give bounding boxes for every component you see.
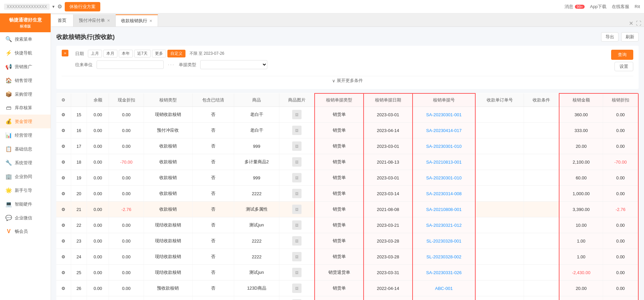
cell-settings[interactable]: ⚙: [56, 186, 71, 202]
sidebar-item-search[interactable]: 🔍 搜索菜单: [0, 32, 51, 46]
query-button[interactable]: 查询: [611, 50, 633, 60]
sidebar-item-marketing[interactable]: 📢 营销推广: [0, 60, 51, 74]
tab-expand-icon[interactable]: ⛶: [636, 20, 641, 27]
message-label: 消息: [565, 4, 573, 9]
date-7-days[interactable]: 近7天: [134, 50, 151, 57]
app-download-link[interactable]: App下载: [590, 4, 606, 10]
cell-verify-amount: 60.00: [559, 170, 603, 186]
bill-no-link[interactable]: SA-20210808-001: [426, 207, 462, 212]
date-custom[interactable]: 自定义: [167, 50, 185, 57]
filter-collapse-btn[interactable]: »: [62, 50, 68, 56]
sidebar-item-system[interactable]: 🔧 系统管理: [0, 156, 51, 170]
cell-bill-type: 销货单: [315, 107, 364, 123]
cell-bill-no[interactable]: SL-20230328-001: [413, 233, 475, 249]
company-dropdown[interactable]: ▾: [52, 4, 55, 9]
refresh-button[interactable]: 刷新: [621, 32, 639, 42]
sidebar-item-enterprise[interactable]: 🏢 企业协同: [0, 170, 51, 183]
cell-bill-no[interactable]: SA-20230301-010: [413, 138, 475, 154]
cell-settings[interactable]: ⚙: [56, 233, 71, 249]
enterprise-icon: 🏢: [5, 173, 12, 180]
bill-no-link[interactable]: ABC-001: [435, 286, 453, 291]
cell-settings[interactable]: ⚙: [56, 202, 71, 217]
sidebar-item-member[interactable]: V 畅会员: [0, 225, 51, 238]
tab-advance-payment[interactable]: 预付冲应付单 ✕: [73, 14, 116, 27]
cell-settings[interactable]: ⚙: [56, 265, 71, 281]
bill-no-link[interactable]: SL-20230328-002: [426, 254, 461, 259]
cell-bill-no[interactable]: SA-20210813-001: [413, 154, 475, 170]
cell-settings[interactable]: ⚙: [56, 281, 71, 296]
bill-no-link[interactable]: SA-20230331-026: [426, 270, 462, 275]
bill-type-select[interactable]: [200, 60, 267, 69]
sidebar-item-operations[interactable]: 📊 经营管理: [0, 128, 51, 142]
tab-receipt-verify[interactable]: 收款核销执行 ✕: [116, 14, 158, 27]
cell-settings[interactable]: ⚙: [56, 138, 71, 154]
cell-product-image: 🖼: [279, 138, 315, 154]
tab-advance-close[interactable]: ✕: [107, 18, 110, 23]
export-button[interactable]: 导出: [601, 32, 619, 42]
sidebar-label-enterprise: 企业协同: [15, 174, 32, 180]
sidebar-item-wechat[interactable]: 💬 企业微信: [0, 211, 51, 225]
cell-settings[interactable]: ⚙: [56, 170, 71, 186]
sidebar-item-basic-info[interactable]: 📋 基础信息: [0, 142, 51, 156]
date-more[interactable]: 更多: [152, 50, 166, 57]
cell-settings[interactable]: ⚙: [56, 123, 71, 138]
cell-product-image: 🖼: [279, 249, 315, 265]
cell-settings[interactable]: ⚙: [56, 154, 71, 170]
cell-bill-no[interactable]: SL-20230328-002: [413, 249, 475, 265]
cell-bill-no[interactable]: SA-20230321-012: [413, 217, 475, 233]
col-verify-discount: 核销折扣: [603, 93, 638, 107]
sidebar-item-guide[interactable]: 🌟 新手引导: [0, 183, 51, 197]
cell-bill-no[interactable]: ABC-001: [413, 281, 475, 296]
cell-bill-no[interactable]: SA-20230414-017: [413, 123, 475, 138]
cell-bill-date: 2023-03-01: [364, 107, 413, 123]
cell-verify-type: 收款核销: [144, 170, 192, 186]
sidebar-item-purchase[interactable]: 📦 采购管理: [0, 87, 51, 101]
bill-no-link[interactable]: SA-20210813-001: [426, 160, 462, 165]
user-name[interactable]: Rit: [635, 4, 640, 9]
cell-bill-no[interactable]: SA-20230314-008: [413, 186, 475, 202]
sidebar-item-quick-nav[interactable]: ⚡ 快捷导航: [0, 46, 51, 60]
message-area[interactable]: 消息 99+: [565, 4, 585, 10]
cell-bill-no[interactable]: SA-20230301-001: [413, 107, 475, 123]
sidebar-item-finance[interactable]: 💰 资金管理: [0, 115, 51, 128]
date-this-year[interactable]: 本年: [119, 50, 133, 57]
cell-seq: 25: [71, 265, 87, 281]
cell-bill-no[interactable]: SA-20230301-010: [413, 170, 475, 186]
cell-bill-type: 销货单: [315, 154, 364, 170]
cell-bill-no[interactable]: SA-20230331-026: [413, 265, 475, 281]
expand-more-btn[interactable]: ∨ 展开更多条件: [62, 76, 633, 85]
cell-settings[interactable]: ⚙: [56, 296, 71, 300]
online-service-link[interactable]: 在线客服: [612, 4, 629, 10]
sidebar-item-hardware[interactable]: 💻 智能硬件: [0, 197, 51, 211]
sidebar-item-inventory[interactable]: 🗃 库存核算: [0, 101, 51, 115]
bill-no-link[interactable]: SA-20230301-010: [426, 175, 462, 180]
sidebar-label-guide: 新手引导: [15, 187, 32, 194]
date-this-month[interactable]: 本月: [103, 50, 117, 57]
tab-home[interactable]: 首页: [51, 14, 73, 27]
bill-no-link[interactable]: SA-20230314-008: [426, 191, 462, 196]
bill-no-link[interactable]: SA-20230301-010: [426, 144, 462, 149]
settings-icon[interactable]: ⚙: [57, 3, 62, 10]
cell-product: 衣服00001: [234, 296, 279, 300]
col-settings[interactable]: ⚙: [56, 93, 71, 107]
cell-balance: 0.00: [87, 249, 109, 265]
sidebar-item-sales[interactable]: 🏠 销售管理: [0, 74, 51, 87]
cell-settings[interactable]: ⚙: [56, 217, 71, 233]
bill-no-link[interactable]: SA-20230301-001: [426, 112, 462, 117]
cell-settings[interactable]: ⚙: [56, 249, 71, 265]
bill-no-link[interactable]: SL-20230328-001: [426, 239, 461, 244]
tab-close-all-icon[interactable]: ✕: [629, 20, 633, 27]
cell-cash-discount: 0.00: [109, 217, 144, 233]
cell-product-image: 🖼: [279, 281, 315, 296]
partner-input[interactable]: [97, 60, 164, 69]
bill-no-link[interactable]: SA-20230414-017: [426, 128, 462, 133]
cell-bill-date: 2022-04-14: [364, 281, 413, 296]
cell-bill-no[interactable]: SL-20230408-001: [413, 296, 475, 300]
cell-settings[interactable]: ⚙: [56, 107, 71, 123]
filter-settings-button[interactable]: 设置: [614, 62, 633, 71]
solution-button[interactable]: 休验行业方案: [65, 2, 100, 11]
bill-no-link[interactable]: SA-20230321-012: [426, 223, 462, 228]
cell-bill-no[interactable]: SA-20210808-001: [413, 202, 475, 217]
tab-receipt-close[interactable]: ✕: [149, 19, 152, 23]
date-last-month[interactable]: 上月: [88, 50, 102, 57]
